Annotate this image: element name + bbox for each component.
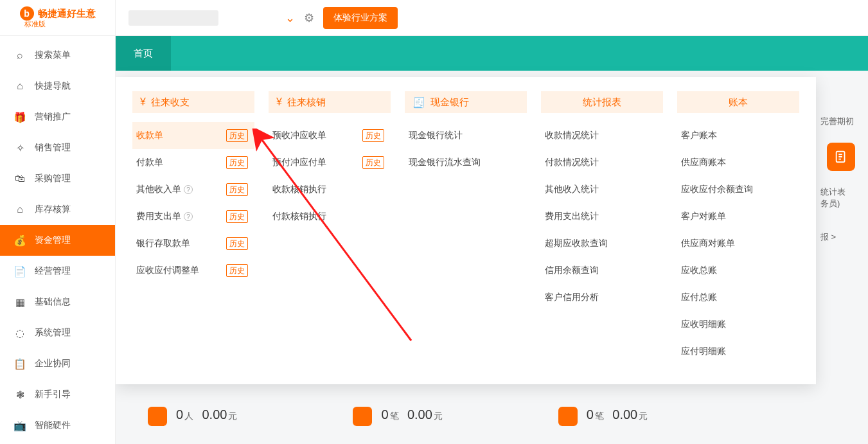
sidebar-item-ops[interactable]: 📄经营管理 xyxy=(0,256,115,287)
mega-item[interactable]: 应收明细账 xyxy=(677,311,799,338)
mega-item[interactable]: 客户账本 xyxy=(677,122,799,149)
history-tag[interactable]: 历史 xyxy=(226,264,248,277)
sidebar-item-search[interactable]: ⌕搜索菜单 xyxy=(0,40,115,71)
mega-item[interactable]: 付款单历史 xyxy=(132,149,254,176)
sidebar-item-promo[interactable]: 🎁营销推广 xyxy=(0,102,115,132)
mega-item-label: 现金银行统计 xyxy=(409,130,463,141)
sidebar-item-sales[interactable]: ✧销售管理 xyxy=(0,132,115,163)
peek-icon[interactable] xyxy=(827,143,855,171)
mega-item-label: 应付总账 xyxy=(681,292,717,303)
promo-icon: 🎁 xyxy=(14,111,26,123)
mega-item[interactable]: 预收冲应收单历史 xyxy=(269,122,391,149)
metric-icon xyxy=(353,407,372,426)
mega-column-title: 统计报表 xyxy=(583,96,621,109)
mega-item-label: 客户对账单 xyxy=(681,211,726,222)
bottom-summary-row: 0人 0.00元0笔 0.00元0笔 0.00元 xyxy=(148,407,849,426)
peek-link[interactable]: 报 > xyxy=(818,231,868,243)
history-tag[interactable]: 历史 xyxy=(226,183,248,196)
mega-item-label: 应收应付余额查询 xyxy=(681,184,753,195)
metric-count-unit: 笔 xyxy=(390,411,399,421)
search-icon: ⌕ xyxy=(14,49,26,61)
sidebar-item-collab[interactable]: 📋企业协同 xyxy=(0,348,115,379)
sidebar-item-hw[interactable]: 📺智能硬件 xyxy=(0,410,115,441)
mega-column-title: 往来核销 xyxy=(287,96,326,109)
base-icon: ▦ xyxy=(14,296,26,308)
history-tag[interactable]: 历史 xyxy=(226,210,248,223)
mega-item[interactable]: 应付明细账 xyxy=(677,338,799,365)
sidebar-item-stock[interactable]: ⌂库存核算 xyxy=(0,194,115,225)
nav-list: ⌕搜索菜单⌂快捷导航🎁营销推广✧销售管理🛍采购管理⌂库存核算💰资金管理📄经营管理… xyxy=(0,36,115,441)
history-tag[interactable]: 历史 xyxy=(362,129,384,142)
mega-item-label: 预付冲应付单 xyxy=(272,157,326,168)
mega-item[interactable]: 收款单历史 xyxy=(132,122,254,149)
guide-icon: ❃ xyxy=(14,389,26,400)
sidebar-item-label: 基础信息 xyxy=(35,296,71,308)
mega-item[interactable]: 预付冲应付单历史 xyxy=(269,149,391,176)
mega-item[interactable]: 应收应付余额查询 xyxy=(677,176,799,203)
summary-metric: 0人 0.00元 xyxy=(148,407,237,426)
mega-item[interactable]: 应付总账 xyxy=(677,284,799,311)
mega-item[interactable]: 超期应收款查询 xyxy=(541,230,663,257)
mega-item-label: 收款核销执行 xyxy=(272,184,326,195)
mega-item[interactable]: 收款情况统计 xyxy=(541,122,663,149)
mega-item-label: 银行存取款单 xyxy=(136,238,190,249)
logo-block: b 畅捷通好生意 标准版 xyxy=(0,0,115,36)
history-tag[interactable]: 历史 xyxy=(226,237,248,250)
mega-item-label: 费用支出统计 xyxy=(545,211,599,222)
company-selector[interactable] xyxy=(128,10,218,26)
history-tag[interactable]: 历史 xyxy=(362,156,384,169)
mega-column-header: ¥往来核销 xyxy=(269,91,391,113)
mega-item[interactable]: 其他收入单?历史 xyxy=(132,176,254,203)
mega-item[interactable]: 费用支出单?历史 xyxy=(132,203,254,230)
metric-icon xyxy=(148,407,167,426)
mega-item[interactable]: 付款核销执行 xyxy=(269,203,391,230)
mega-item[interactable]: 其他收入统计 xyxy=(541,176,663,203)
mega-item[interactable]: 客户信用分析 xyxy=(541,284,663,311)
mega-item[interactable]: 银行存取款单历史 xyxy=(132,230,254,257)
help-icon[interactable]: ? xyxy=(184,212,193,221)
settings-gear-icon[interactable]: ⚙ xyxy=(304,11,314,25)
column-header-icon: ¥ xyxy=(140,96,146,108)
metric-amount-unit: 元 xyxy=(434,411,443,421)
sidebar-item-funds[interactable]: 💰资金管理 xyxy=(0,225,115,256)
mega-item[interactable]: 应收总账 xyxy=(677,257,799,284)
purchase-icon: 🛍 xyxy=(14,173,26,184)
mega-item-label: 付款单 xyxy=(136,157,163,168)
stock-icon: ⌂ xyxy=(14,204,26,215)
sidebar-item-label: 搜索菜单 xyxy=(35,49,71,61)
quick-icon: ⌂ xyxy=(14,80,26,92)
history-tag[interactable]: 历史 xyxy=(226,129,248,142)
mega-item[interactable]: 现金银行统计 xyxy=(405,122,527,149)
mega-item[interactable]: 现金银行流水查询 xyxy=(405,149,527,176)
mega-column-header: ¥往来收支 xyxy=(132,91,254,113)
sidebar-item-base[interactable]: ▦基础信息 xyxy=(0,287,115,317)
mega-item[interactable]: 应收应付调整单历史 xyxy=(132,257,254,284)
metric-amount-unit: 元 xyxy=(639,411,648,421)
mega-item[interactable]: 供应商对账单 xyxy=(677,230,799,257)
column-header-icon: 🧾 xyxy=(412,96,425,109)
metric-amount: 0.00 xyxy=(612,407,637,422)
industry-plan-button[interactable]: 体验行业方案 xyxy=(323,7,398,29)
history-tag[interactable]: 历史 xyxy=(226,156,248,169)
logo-mark: b xyxy=(20,6,34,21)
sidebar-item-guide[interactable]: ❃新手引导 xyxy=(0,379,115,410)
sidebar-item-purchase[interactable]: 🛍采购管理 xyxy=(0,163,115,194)
mega-item[interactable]: 信用余额查询 xyxy=(541,257,663,284)
mega-item[interactable]: 供应商账本 xyxy=(677,149,799,176)
company-chevron-icon[interactable]: ⌄ xyxy=(285,11,295,25)
sidebar-item-sys[interactable]: ◌系统管理 xyxy=(0,317,115,348)
sidebar-item-quick[interactable]: ⌂快捷导航 xyxy=(0,71,115,102)
mega-item-label: 供应商对账单 xyxy=(681,238,735,249)
sidebar-item-label: 销售管理 xyxy=(35,142,71,154)
mega-item-label: 应收明细账 xyxy=(681,319,726,330)
mega-column-header: 🧾现金银行 xyxy=(405,91,527,113)
mega-item-label: 预收冲应收单 xyxy=(272,130,326,141)
tab-home[interactable]: 首页 xyxy=(116,36,171,71)
sidebar: b 畅捷通好生意 标准版 ⌕搜索菜单⌂快捷导航🎁营销推广✧销售管理🛍采购管理⌂库… xyxy=(0,0,116,444)
mega-item[interactable]: 收款核销执行 xyxy=(269,176,391,203)
mega-item[interactable]: 费用支出统计 xyxy=(541,203,663,230)
ops-icon: 📄 xyxy=(14,265,26,277)
help-icon[interactable]: ? xyxy=(184,185,193,194)
mega-item[interactable]: 付款情况统计 xyxy=(541,149,663,176)
mega-item[interactable]: 客户对账单 xyxy=(677,203,799,230)
